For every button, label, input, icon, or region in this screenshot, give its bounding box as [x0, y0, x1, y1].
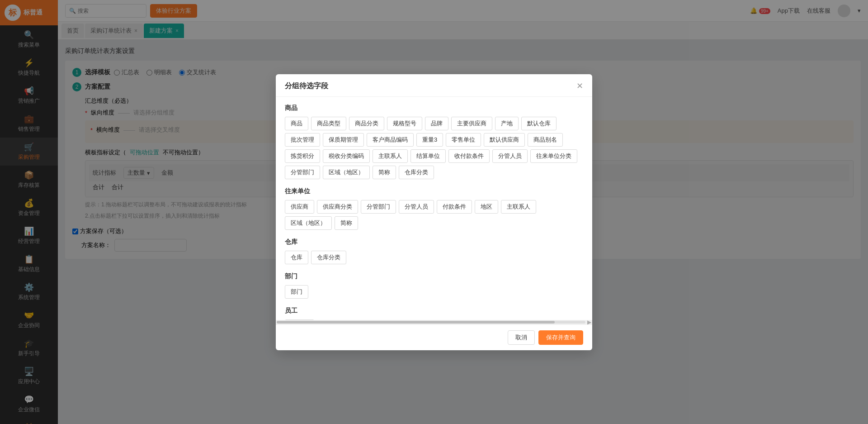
field-tag-dept[interactable]: 部门: [285, 285, 308, 299]
field-tag-region[interactable]: 区域（地区）: [323, 166, 370, 179]
section-dept: 部门 部门: [285, 272, 583, 299]
section-employee-title: 员工: [285, 307, 583, 315]
field-tag-goods-alias[interactable]: 商品别名: [528, 133, 563, 147]
section-dept-fields: 部门: [285, 285, 583, 299]
field-tag-pick-points[interactable]: 拣货积分: [285, 149, 320, 163]
field-tag-short-name[interactable]: 简称: [373, 166, 396, 179]
modal-body[interactable]: 商品 商品 商品类型 商品分类 规格型号 品牌 主要供应商 产地 默认仓库 批次…: [276, 97, 592, 320]
section-warehouse-fields: 仓库 仓库分类: [285, 251, 583, 264]
field-tag-partner-category[interactable]: 往来单位分类: [530, 149, 577, 163]
field-tag-goods[interactable]: 商品: [285, 117, 308, 130]
modal-overlay: 分组待选字段 ✕ 商品 商品 商品类型 商品分类 规格型号 品牌 主要供应商 产…: [0, 0, 868, 424]
field-tag-main-contact[interactable]: 主联系人: [373, 149, 408, 163]
field-tag-dept-mgmt[interactable]: 分管部门: [285, 166, 320, 179]
field-tag-area[interactable]: 地区: [475, 200, 498, 214]
field-tag-warehouse-cat[interactable]: 仓库分类: [399, 166, 434, 179]
modal-hscrollbar[interactable]: ▶: [276, 320, 592, 324]
field-tag-supplier-cat[interactable]: 供应商分类: [317, 200, 358, 214]
field-tag-spec-model[interactable]: 规格型号: [387, 117, 422, 130]
field-tag-supervisor[interactable]: 分管人员: [492, 149, 528, 163]
section-goods: 商品 商品 商品类型 商品分类 规格型号 品牌 主要供应商 产地 默认仓库 批次…: [285, 104, 583, 179]
section-partners-fields: 供应商 供应商分类 分管部门 分管人员 付款条件 地区 主联系人 区域（地区） …: [285, 200, 583, 230]
section-partners-title: 往来单位: [285, 187, 583, 195]
field-tag-brand[interactable]: 品牌: [425, 117, 448, 130]
modal-title: 分组待选字段: [285, 81, 328, 91]
field-tag-goods-type[interactable]: 商品类型: [311, 117, 346, 130]
cancel-button[interactable]: 取消: [508, 330, 535, 345]
field-select-modal: 分组待选字段 ✕ 商品 商品 商品类型 商品分类 规格型号 品牌 主要供应商 产…: [276, 74, 592, 350]
field-tag-shelf-life[interactable]: 保质期管理: [323, 133, 364, 147]
section-partners: 往来单位 供应商 供应商分类 分管部门 分管人员 付款条件 地区 主联系人 区域…: [285, 187, 583, 230]
section-warehouse-title: 仓库: [285, 238, 583, 246]
section-warehouse: 仓库 仓库 仓库分类: [285, 238, 583, 264]
modal-header: 分组待选字段 ✕: [276, 74, 592, 97]
field-tag-payment-cond[interactable]: 付款条件: [437, 200, 472, 214]
field-tag-weight[interactable]: 重量3: [416, 133, 443, 147]
field-tag-customer-code[interactable]: 客户商品编码: [367, 133, 414, 147]
field-tag-tax-code[interactable]: 税收分类编码: [323, 149, 370, 163]
field-tag-goods-category[interactable]: 商品分类: [349, 117, 384, 130]
field-tag-main-contact2[interactable]: 主联系人: [501, 200, 536, 214]
section-employee: 员工 业务员: [285, 307, 583, 320]
field-tag-supervisor2[interactable]: 分管人员: [399, 200, 434, 214]
field-tag-default-warehouse[interactable]: 默认仓库: [521, 117, 557, 130]
modal-footer: 取消 保存并查询: [276, 324, 592, 350]
modal-close-btn[interactable]: ✕: [576, 82, 583, 90]
field-tag-region2[interactable]: 区域（地区）: [285, 216, 332, 230]
field-tag-batch-mgmt[interactable]: 批次管理: [285, 133, 320, 147]
confirm-button[interactable]: 保存并查询: [538, 330, 583, 345]
field-tag-dept-mgmt2[interactable]: 分管部门: [361, 200, 396, 214]
section-goods-fields: 商品 商品类型 商品分类 规格型号 品牌 主要供应商 产地 默认仓库 批次管理 …: [285, 117, 583, 179]
field-tag-supplier[interactable]: 供应商: [285, 200, 314, 214]
hscrollbar-track: [277, 321, 585, 324]
field-tag-settlement-unit[interactable]: 结算单位: [410, 149, 446, 163]
hscrollbar-thumb[interactable]: [277, 321, 555, 324]
field-tag-origin[interactable]: 产地: [495, 117, 519, 130]
field-tag-warehouse-category[interactable]: 仓库分类: [311, 251, 346, 264]
field-tag-payment-terms[interactable]: 收付款条件: [448, 149, 490, 163]
field-tag-main-supplier[interactable]: 主要供应商: [451, 117, 492, 130]
field-tag-warehouse[interactable]: 仓库: [285, 251, 308, 264]
field-tag-short-name2[interactable]: 简称: [335, 216, 358, 230]
section-goods-title: 商品: [285, 104, 583, 112]
section-dept-title: 部门: [285, 272, 583, 281]
field-tag-default-supplier[interactable]: 默认供应商: [484, 133, 525, 147]
field-tag-retail-unit[interactable]: 零售单位: [446, 133, 481, 147]
